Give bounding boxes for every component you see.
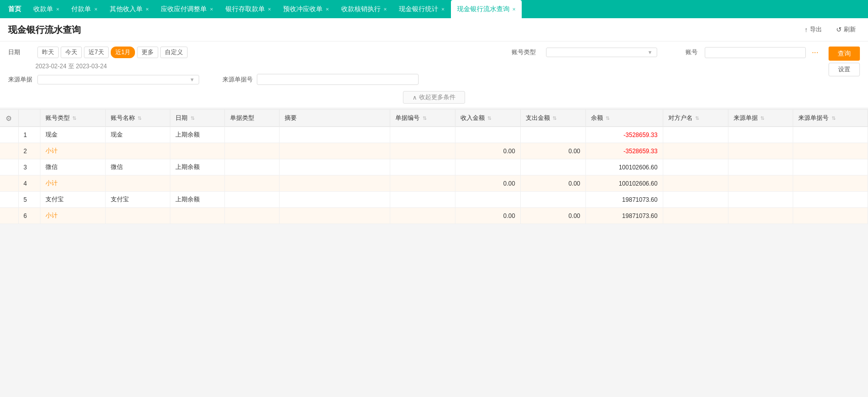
close-icon[interactable]: ×: [441, 6, 444, 12]
td-source-doc: [728, 208, 793, 224]
close-icon[interactable]: ×: [94, 6, 97, 12]
nav-item-ysch[interactable]: 预收冲应收单 ×: [277, 0, 335, 18]
table-row: 2 小计 0.00 0.00 -3528659.33: [0, 143, 868, 159]
td-doc-type: [225, 192, 280, 208]
td-doc-no: [390, 127, 455, 143]
close-icon[interactable]: ×: [513, 6, 516, 12]
date-btn-today[interactable]: 今天: [61, 47, 82, 58]
td-source-doc-no: [793, 175, 868, 192]
nav-item-fukuandan[interactable]: 付款单 ×: [65, 0, 103, 18]
date-btn-yesterday[interactable]: 昨天: [37, 47, 59, 58]
td-index: 6: [18, 208, 40, 224]
close-icon[interactable]: ×: [210, 6, 213, 12]
td-income: [455, 159, 521, 175]
source-doc-num-input[interactable]: [257, 74, 419, 85]
page-title: 现金银行流水查询: [8, 24, 81, 36]
td-source-doc-no: [793, 159, 868, 175]
sort-icon: ⇅: [760, 115, 764, 121]
source-doc-label: 来源单据: [8, 75, 33, 84]
date-btn-custom[interactable]: 自定义: [160, 47, 188, 58]
sort-icon: ⇅: [606, 115, 610, 121]
date-btn-1month[interactable]: 近1月: [111, 47, 135, 58]
th-settings[interactable]: ⚙: [0, 110, 18, 127]
sort-icon: ⇅: [423, 115, 427, 121]
nav-item-qtsr[interactable]: 其他收入单 ×: [104, 0, 155, 18]
date-btn-more[interactable]: 更多: [137, 47, 158, 58]
th-income[interactable]: 收入金额 ⇅: [455, 110, 521, 127]
export-icon: ↑: [805, 26, 808, 33]
account-dots-button[interactable]: ···: [810, 48, 820, 57]
td-counterpart: [663, 127, 728, 143]
th-doc-type: 单据类型: [225, 110, 280, 127]
nav-item-xjyhls[interactable]: 现金银行流水查询 ×: [451, 0, 522, 18]
filter-row-2: 来源单据 ▼ 来源单据号: [8, 74, 820, 85]
nav-item-ysyf[interactable]: 应收应付调整单 ×: [155, 0, 219, 18]
th-source-doc-no[interactable]: 来源单据号 ⇅: [793, 110, 868, 127]
table-row: 5 支付宝 支付宝 上期余额 19871073.60: [0, 192, 868, 208]
filter-row-1: 日期 昨天 今天 近7天 近1月 更多 自定义 账号类型 ▼ 账号: [8, 47, 820, 58]
td-income: 0.00: [455, 175, 521, 192]
td-source-doc-no: [793, 208, 868, 224]
close-icon[interactable]: ×: [326, 6, 329, 12]
nav-item-shkx[interactable]: 收款核销执行 ×: [335, 0, 393, 18]
th-balance[interactable]: 余额 ⇅: [585, 110, 663, 127]
close-icon[interactable]: ×: [146, 6, 149, 12]
td-balance: 19871073.60: [585, 208, 663, 224]
td-doc-type: [225, 127, 280, 143]
source-doc-select[interactable]: ▼: [37, 75, 199, 84]
table-row: 4 小计 0.00 0.00 100102606.60: [0, 175, 868, 192]
td-counterpart: [663, 159, 728, 175]
td-income: 0.00: [455, 208, 521, 224]
td-expense: [520, 127, 585, 143]
close-icon[interactable]: ×: [56, 6, 59, 12]
td-expense: 0.00: [520, 143, 585, 159]
td-account-type: 支付宝: [40, 192, 105, 208]
nav-item-xjyhtj[interactable]: 现金银行统计 ×: [393, 0, 450, 18]
sort-icon: ⇅: [832, 115, 836, 121]
td-counterpart: [663, 143, 728, 159]
td-index: 4: [18, 175, 40, 192]
td-balance: -3528659.33: [585, 143, 663, 159]
account-input[interactable]: [705, 47, 806, 58]
td-income: [455, 127, 521, 143]
td-date: [170, 175, 225, 192]
export-button[interactable]: ↑ 导出: [801, 23, 827, 36]
close-icon[interactable]: ×: [268, 6, 271, 12]
th-account-type[interactable]: 账号类型 ⇅: [40, 110, 105, 127]
td-doc-no: [390, 192, 455, 208]
td-source-doc: [728, 192, 793, 208]
th-expense[interactable]: 支出金额 ⇅: [520, 110, 585, 127]
td-account-type: 现金: [40, 127, 105, 143]
th-counterpart[interactable]: 对方户名 ⇅: [663, 110, 728, 127]
td-doc-no: [390, 175, 455, 192]
td-date: 上期余额: [170, 159, 225, 175]
th-date[interactable]: 日期 ⇅: [170, 110, 225, 127]
td-balance: 100102606.60: [585, 159, 663, 175]
td-account-name: [105, 143, 170, 159]
td-summary: [280, 208, 390, 224]
td-summary: [280, 175, 390, 192]
date-label: 日期: [8, 48, 33, 57]
td-summary: [280, 143, 390, 159]
td-settings: [0, 208, 18, 224]
nav-home[interactable]: 首页: [2, 0, 27, 18]
table-row: 3 微信 微信 上期余额 100102606.60: [0, 159, 868, 175]
th-account-name[interactable]: 账号名称 ⇅: [105, 110, 170, 127]
account-type-select[interactable]: ▼: [546, 48, 657, 57]
nav-item-shoukuandan[interactable]: 收款单 ×: [27, 0, 65, 18]
date-btn-7days[interactable]: 近7天: [84, 47, 109, 58]
th-doc-no[interactable]: 单据编号 ⇅: [390, 110, 455, 127]
td-expense: [520, 192, 585, 208]
refresh-button[interactable]: ↺ 刷新: [832, 23, 860, 36]
td-account-type: 小计: [40, 143, 105, 159]
td-settings: [0, 143, 18, 159]
close-icon[interactable]: ×: [384, 6, 387, 12]
gear-icon[interactable]: ⚙: [6, 114, 12, 122]
th-index: [18, 110, 40, 127]
nav-item-yhcqk[interactable]: 银行存取款单 ×: [219, 0, 277, 18]
settings-button[interactable]: 设置: [829, 63, 860, 76]
query-button[interactable]: 查询: [829, 47, 860, 61]
th-source-doc[interactable]: 来源单据 ⇅: [728, 110, 793, 127]
collapse-button[interactable]: ∧ 收起更多条件: [403, 91, 465, 104]
td-doc-type: [225, 159, 280, 175]
